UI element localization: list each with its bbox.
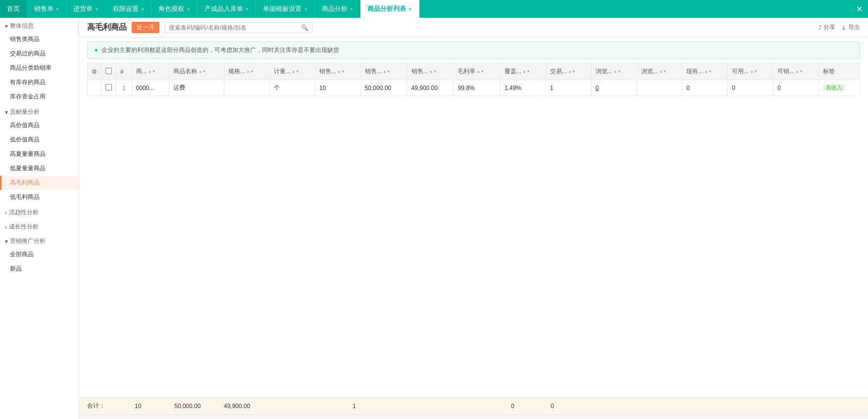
sort-arrows-sell: ▲▼ xyxy=(795,70,803,74)
sidebar-group-overall[interactable]: ▾ 整体信息 xyxy=(0,18,79,32)
sidebar-item-all-goods[interactable]: 全部商品 xyxy=(0,247,79,262)
col-gross-rate[interactable]: 毛利率 ▲▼ xyxy=(454,63,501,80)
col-no: # xyxy=(116,63,132,80)
sidebar-group-contribution[interactable]: ▾ 贡献量分析 xyxy=(0,104,79,118)
search-icon[interactable]: 🔍 xyxy=(301,24,308,31)
col-browse2[interactable]: 浏览... ▲▼ xyxy=(637,63,682,80)
horizontal-scrollbar[interactable] xyxy=(79,414,868,419)
select-all-checkbox[interactable] xyxy=(105,68,112,74)
sort-arrows-code: ▲▼ xyxy=(148,70,156,74)
sort-arrows-cover: ▲▼ xyxy=(522,70,530,74)
sort-arrows-qty: ▲▼ xyxy=(337,70,345,74)
window-close-button[interactable]: ✕ xyxy=(850,0,868,18)
sidebar-item-low-margin[interactable]: 低毛利商品 xyxy=(0,190,79,204)
col-settings[interactable]: ⚙ xyxy=(88,63,102,80)
tab-sales[interactable]: 销售单 × xyxy=(27,0,66,18)
col-spec[interactable]: 规格... ▲▼ xyxy=(224,63,269,80)
tab-close-purchase[interactable]: × xyxy=(95,6,98,12)
sidebar-group-trend[interactable]: › 流趋性分析 xyxy=(0,204,79,219)
col-sales-cost[interactable]: 销售... ▲▼ xyxy=(407,63,454,80)
export-button[interactable]: ⤓ 导出 xyxy=(841,23,860,32)
alert-bar: ✦ 企业的主要的利润都是这部分商品创造的，可考虑加大推广，同时关注库存是不要出现… xyxy=(87,42,860,59)
sidebar-group-marketing[interactable]: ▾ 营销推广分析 xyxy=(0,233,79,247)
tab-close-permission[interactable]: × xyxy=(141,6,144,12)
col-stock-sell[interactable]: 可销... ▲▼ xyxy=(773,63,819,80)
row-checkbox-cell[interactable] xyxy=(102,80,116,96)
sidebar-collapse-button[interactable]: « xyxy=(78,23,79,36)
col-browse1[interactable]: 浏览... ▲▼ xyxy=(591,63,637,80)
sort-arrows-trade: ▲▼ xyxy=(568,70,576,74)
sidebar-item-high-margin[interactable]: 高毛利商品 xyxy=(0,176,79,190)
sort-arrows-spec: ▲▼ xyxy=(246,70,254,74)
row-code: 0000... xyxy=(132,80,169,96)
search-input[interactable] xyxy=(169,24,301,31)
tab-close-product-analysis[interactable]: × xyxy=(350,6,353,12)
col-code[interactable]: 商... ▲▼ xyxy=(132,63,169,80)
row-checkbox[interactable] xyxy=(105,84,112,91)
tab-close-stock-in[interactable]: × xyxy=(246,6,249,12)
row-number: 1 xyxy=(116,80,132,96)
sidebar-item-high-value[interactable]: 高价值商品 xyxy=(0,118,79,133)
sidebar-group-growth[interactable]: › 成长性分析 xyxy=(0,219,79,233)
footer-stock-avail: 0 xyxy=(511,403,551,410)
filter-recent-month-button[interactable]: 近一月 xyxy=(132,22,159,33)
footer-sales-amt: 50,000.00 xyxy=(174,403,224,410)
footer-bar: 合计： 10 50,000.00 49,900.00 1 0 0 xyxy=(79,397,868,414)
tab-close-product-analysis-list[interactable]: × xyxy=(408,6,411,12)
tab-permission[interactable]: 权限设置 × xyxy=(106,0,152,18)
sidebar-item-low-freq[interactable]: 低夏量量商品 xyxy=(0,161,79,176)
row-browse1[interactable]: 0 xyxy=(591,80,637,96)
sidebar: « ▾ 整体信息 销售类商品 交易过的商品 商品分类助销率 有库存的商品 库存资… xyxy=(0,18,79,419)
tab-close-role[interactable]: × xyxy=(187,6,190,12)
sort-arrows-browse2: ▲▼ xyxy=(659,70,667,74)
row-unit: 个 xyxy=(269,80,315,96)
sidebar-item-stock-capital[interactable]: 库存资金占用 xyxy=(0,90,79,104)
sort-arrows-browse1: ▲▼ xyxy=(613,70,621,74)
sidebar-item-category-rate[interactable]: 商品分类助销率 xyxy=(0,61,79,75)
col-sales-qty[interactable]: 销售... ▲▼ xyxy=(315,63,360,80)
tab-close-template[interactable]: × xyxy=(304,6,307,12)
sort-arrows-cost: ▲▼ xyxy=(429,70,437,74)
col-stock-cur[interactable]: 现有... ▲▼ xyxy=(682,63,728,80)
tab-stock-in[interactable]: 产成品入库单 × xyxy=(198,0,256,18)
footer-trade: 1 xyxy=(353,403,392,410)
sort-arrows-unit: ▲▼ xyxy=(292,70,300,74)
row-browse2 xyxy=(637,80,682,96)
sort-arrows-name: ▲▼ xyxy=(198,70,206,74)
sort-arrows-amt: ▲▼ xyxy=(383,70,391,74)
tab-product-analysis-list[interactable]: 商品分析列表 × xyxy=(360,0,419,18)
tab-template[interactable]: 单据模板设置 × xyxy=(256,0,314,18)
row-sales-qty: 10 xyxy=(315,80,360,96)
row-spec xyxy=(224,80,269,96)
top-navigation: 首页 销售单 × 进货单 × 权限设置 × 角色授权 × 产成品入库单 × 单据… xyxy=(0,0,868,18)
sidebar-item-in-stock[interactable]: 有库存的商品 xyxy=(0,75,79,90)
sidebar-item-low-value[interactable]: 低价值商品 xyxy=(0,133,79,147)
col-unit[interactable]: 计量... ▲▼ xyxy=(269,63,315,80)
arrow-growth-icon: › xyxy=(5,224,7,231)
sort-arrows-gross: ▲▼ xyxy=(476,70,484,74)
sidebar-item-high-freq[interactable]: 高夏量量商品 xyxy=(0,147,79,161)
row-stock-cur: 0 xyxy=(682,80,728,96)
tab-role[interactable]: 角色授权 × xyxy=(152,0,197,18)
tab-home[interactable]: 首页 xyxy=(0,0,27,18)
col-trade[interactable]: 交易... ▲▼ xyxy=(546,63,591,80)
tab-purchase[interactable]: 进货单 × xyxy=(66,0,105,18)
col-stock-avail[interactable]: 可用... ▲▼ xyxy=(728,63,773,80)
col-name[interactable]: 商品名称 ▲▼ xyxy=(169,63,224,80)
row-gross-rate: 99.8% xyxy=(454,80,501,96)
content-area: 高毛利商品 近一月 🔍 ⤴ 分享 ⤓ 导出 ✦ 企业的主要的利润都是这部分商品创… xyxy=(79,18,868,419)
arrow-contribution-icon: ▾ xyxy=(5,109,8,116)
col-checkbox[interactable] xyxy=(102,63,116,80)
alert-icon: ✦ xyxy=(94,47,99,54)
sidebar-item-traded-goods[interactable]: 交易过的商品 xyxy=(0,47,79,61)
tab-product-analysis[interactable]: 商品分析 × xyxy=(315,0,360,18)
col-cover[interactable]: 覆盖... ▲▼ xyxy=(500,63,546,80)
search-box: 🔍 xyxy=(164,22,313,33)
tab-close-sales[interactable]: × xyxy=(56,6,59,12)
sidebar-item-sales-goods[interactable]: 销售类商品 xyxy=(0,32,79,47)
arrow-trend-icon: › xyxy=(5,209,7,216)
col-sales-amt[interactable]: 销售... ▲▼ xyxy=(360,63,407,80)
table-header-row: ⚙ # 商... ▲▼ 商品名 xyxy=(88,63,860,80)
share-button[interactable]: ⤴ 分享 xyxy=(818,23,835,32)
sidebar-item-new-goods[interactable]: 新品 xyxy=(0,262,79,276)
